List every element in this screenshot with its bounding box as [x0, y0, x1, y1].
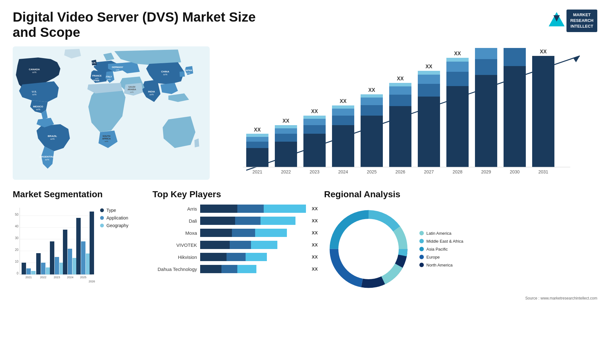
player-row-hikvision: Hikvision XX — [152, 253, 318, 261]
svg-text:2024: 2024 — [338, 169, 348, 174]
svg-rect-74 — [418, 84, 440, 97]
svg-rect-58 — [332, 105, 354, 109]
map-section: CANADA xx% U.S. xx% MEXICO xx% BRAZIL xx… — [13, 46, 210, 180]
player-val-hikvision: XX — [312, 254, 318, 260]
svg-text:xx%: xx% — [32, 93, 36, 96]
svg-text:xx%: xx% — [45, 158, 49, 161]
donut-legend-north-america: North America — [419, 263, 463, 267]
svg-rect-64 — [361, 94, 383, 98]
svg-text:2022: 2022 — [40, 276, 46, 279]
regional-section: Regional Analysis — [324, 189, 597, 300]
legend-item-application: Application — [100, 215, 128, 220]
svg-text:2023: 2023 — [309, 169, 319, 174]
svg-rect-62 — [361, 105, 383, 116]
player-val-arris: XX — [312, 206, 318, 211]
svg-rect-82 — [446, 58, 469, 62]
top-players-section: Top Key Players Arris XX Dali XX — [152, 189, 318, 300]
player-bar-seg1 — [200, 205, 237, 213]
svg-rect-57 — [332, 109, 354, 116]
donut-dot-middle-east — [419, 239, 424, 243]
svg-text:xx%: xx% — [149, 93, 153, 96]
svg-rect-61 — [361, 116, 383, 167]
donut-chart-svg — [324, 205, 413, 293]
svg-text:30: 30 — [15, 236, 19, 240]
page-title: Digital Video Server (DVS) Market Size a… — [13, 10, 267, 40]
svg-text:GERMANY: GERMANY — [112, 66, 123, 68]
svg-text:BRAZIL: BRAZIL — [48, 135, 57, 138]
svg-rect-128 — [72, 258, 77, 274]
player-row-vivotek: VIVOTEK XX — [152, 241, 318, 249]
page-header: Digital Video Server (DVS) Market Size a… — [13, 10, 597, 40]
regional-title: Regional Analysis — [324, 189, 597, 199]
player-name-dahua: Dahua Technology — [152, 266, 197, 272]
svg-text:20: 20 — [15, 248, 19, 252]
svg-text:2021: 2021 — [25, 276, 32, 279]
player-name-vivotek: VIVOTEK — [152, 242, 197, 248]
donut-dot-europe — [419, 255, 424, 259]
svg-text:INDIA: INDIA — [148, 90, 155, 93]
player-name-moxa: Moxa — [152, 230, 197, 236]
svg-text:2029: 2029 — [481, 169, 491, 174]
svg-text:XX: XX — [254, 127, 261, 132]
world-map: CANADA xx% U.S. xx% MEXICO xx% BRAZIL xx… — [13, 46, 210, 180]
svg-text:xx%: xx% — [105, 140, 108, 142]
svg-rect-75 — [418, 75, 440, 84]
market-segmentation: Market Segmentation 0 10 20 30 40 50 60 — [13, 189, 146, 300]
svg-text:xx%: xx% — [50, 138, 54, 140]
svg-rect-116 — [31, 271, 36, 274]
svg-text:AFRICA: AFRICA — [102, 138, 111, 140]
legend-dot-type — [100, 208, 104, 212]
player-val-dali: XX — [312, 218, 318, 223]
svg-rect-85 — [475, 75, 497, 167]
svg-text:2024: 2024 — [67, 276, 73, 279]
svg-rect-86 — [475, 59, 497, 75]
svg-rect-130 — [76, 218, 81, 274]
svg-text:XX: XX — [425, 64, 432, 69]
donut-label-asia-pacific: Asia Pacific — [426, 247, 448, 252]
svg-rect-63 — [361, 98, 383, 105]
svg-text:xx%: xx% — [116, 69, 119, 71]
svg-rect-123 — [55, 257, 59, 274]
svg-rect-90 — [504, 66, 526, 167]
svg-text:SOUTH: SOUTH — [103, 135, 111, 137]
svg-rect-119 — [41, 263, 45, 274]
svg-text:CANADA: CANADA — [29, 68, 40, 71]
svg-text:xx%: xx% — [36, 108, 40, 111]
svg-text:0: 0 — [17, 272, 18, 275]
growth-chart-svg: XX 2021 XX 2022 XX 2023 — [226, 46, 597, 180]
donut-legend: Latin America Middle East & Africa Asia … — [419, 231, 463, 267]
player-bar-hikvision — [200, 253, 306, 261]
svg-text:xx%: xx% — [94, 82, 98, 84]
player-val-vivotek: XX — [312, 242, 318, 247]
svg-text:40: 40 — [15, 225, 19, 228]
svg-text:2025: 2025 — [80, 276, 86, 279]
logo-icon — [549, 12, 565, 30]
svg-text:ITALY: ITALY — [106, 76, 112, 78]
svg-rect-38 — [246, 142, 268, 148]
svg-text:U.K.: U.K. — [92, 62, 96, 64]
legend-dot-application — [100, 216, 104, 220]
svg-rect-69 — [389, 86, 411, 95]
svg-text:2030: 2030 — [510, 169, 519, 174]
players-list: Arris XX Dali XX Moxa — [152, 205, 318, 273]
svg-rect-80 — [446, 72, 469, 86]
player-name-hikvision: Hikvision — [152, 254, 197, 260]
player-bar-vivotek — [200, 241, 306, 249]
player-bar-seg3 — [264, 205, 306, 213]
svg-text:XX: XX — [311, 109, 318, 114]
top-players-title: Top Key Players — [152, 189, 318, 199]
svg-text:2021: 2021 — [252, 169, 262, 174]
svg-rect-115 — [26, 268, 31, 274]
svg-rect-120 — [46, 267, 50, 274]
svg-text:2028: 2028 — [452, 169, 462, 174]
donut-dot-north-america — [419, 263, 424, 267]
svg-text:XX: XX — [454, 51, 461, 56]
svg-text:2026: 2026 — [395, 169, 405, 174]
seg-chart-svg: 0 10 20 30 40 50 60 — [13, 205, 95, 287]
svg-rect-49 — [303, 134, 326, 167]
player-row-arris: Arris XX — [152, 205, 318, 213]
svg-rect-118 — [36, 253, 41, 274]
legend-item-geography: Geography — [100, 223, 128, 228]
logo: MARKET RESEARCH INTELLECT — [549, 10, 597, 32]
svg-rect-46 — [275, 125, 297, 128]
